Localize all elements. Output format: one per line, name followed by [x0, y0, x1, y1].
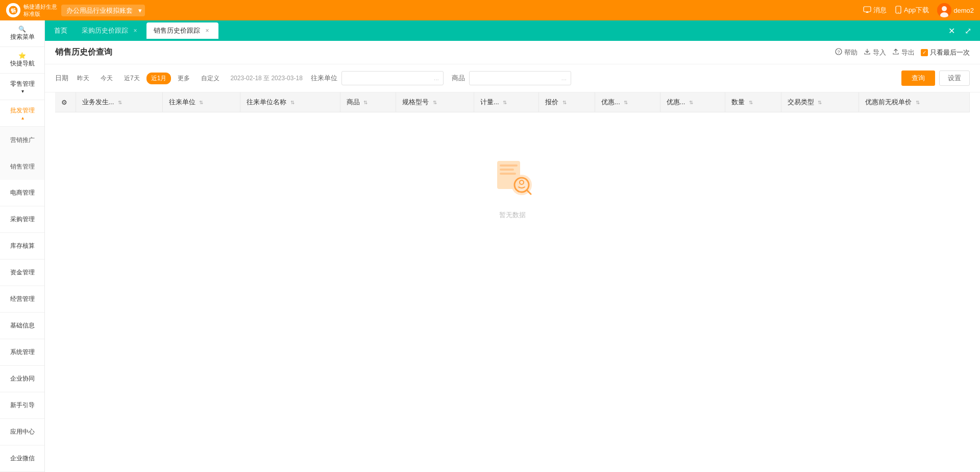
filter-bar: 日期 昨天 今天 近7天 近1月 更多 自定义 2023-02-18 至 202…	[45, 64, 980, 92]
svg-rect-12	[500, 169, 514, 171]
sidebar-label-retail: 零售管理	[10, 80, 35, 88]
sort-icon-partner-name: ⇅	[290, 100, 295, 105]
header-right: 消息 App下载 demo2	[863, 3, 974, 17]
date-btn-yesterday[interactable]: 昨天	[72, 73, 94, 84]
th-quantity[interactable]: 数量 ⇅	[725, 92, 781, 112]
import-icon	[864, 48, 871, 57]
th-partner-code[interactable]: 往来单位 ⇅	[162, 92, 240, 112]
tab-purchase-history[interactable]: 采购历史价跟踪 ×	[75, 22, 146, 39]
avatar	[937, 3, 951, 17]
sidebar-item-enterprise[interactable]: 企业协同	[0, 366, 44, 392]
company-selector-wrap[interactable]: 办公用品行业模拟账套	[61, 5, 145, 16]
date-btn-1month[interactable]: 近1月	[146, 73, 172, 84]
export-icon	[892, 48, 899, 57]
goods-input-wrap[interactable]: ...	[469, 71, 571, 85]
top-header: 畅 畅捷通好生意 标准版 办公用品行业模拟账套 消息	[0, 0, 980, 20]
main-layout: 🔍 搜索菜单 ⭐ 快捷导航 零售管理 批发管理 营销推广 销售管理 电商管理 采…	[0, 20, 980, 472]
page-title-bar: 销售历史价查询 ? 帮助	[45, 41, 980, 64]
date-btn-more[interactable]: 更多	[173, 73, 194, 84]
user-area[interactable]: demo2	[937, 3, 974, 17]
sidebar-item-retail[interactable]: 零售管理	[0, 74, 44, 100]
sort-icon-trade: ⇅	[818, 100, 822, 105]
message-icon	[863, 6, 871, 15]
company-selector[interactable]: 办公用品行业模拟账套	[61, 5, 145, 16]
sidebar-item-marketing[interactable]: 营销推广	[0, 127, 44, 153]
page-title: 销售历史价查询	[55, 47, 112, 58]
sidebar-label-enterprise: 企业协同	[10, 374, 35, 383]
sidebar-item-basic-info[interactable]: 基础信息	[0, 313, 44, 339]
th-discount2[interactable]: 优惠... ⇅	[660, 92, 725, 112]
close-all-tabs-button[interactable]: ✕	[945, 25, 958, 37]
export-label: 导出	[901, 48, 915, 57]
setting-button[interactable]: 设置	[939, 70, 970, 86]
partner-filter-label: 往来单位	[311, 74, 337, 83]
th-spec[interactable]: 规格型号 ⇅	[396, 92, 474, 112]
empty-state: 暂无数据	[55, 112, 970, 261]
sidebar-item-wechat[interactable]: 企业微信	[0, 445, 44, 472]
sidebar-item-guide[interactable]: 新手引导	[0, 392, 44, 419]
svg-rect-13	[500, 173, 516, 175]
sidebar-item-finance[interactable]: 资金管理	[0, 259, 44, 286]
sidebar-item-purchase[interactable]: 采购管理	[0, 206, 44, 233]
message-button[interactable]: 消息	[863, 6, 887, 15]
th-settings[interactable]: ⚙	[55, 92, 76, 112]
tab-purchase-label: 采购历史价跟踪	[82, 26, 128, 35]
goods-filter-group: 商品 ...	[452, 71, 571, 85]
sidebar-item-quick-nav[interactable]: ⭐ 快捷导航	[0, 47, 44, 74]
sidebar-item-sales-mgmt[interactable]: 销售管理	[0, 153, 44, 180]
sidebar-label-quicknav: 快捷导航	[10, 59, 35, 68]
th-trade-type[interactable]: 交易类型 ⇅	[781, 92, 859, 112]
sidebar: 🔍 搜索菜单 ⭐ 快捷导航 零售管理 批发管理 营销推广 销售管理 电商管理 采…	[0, 20, 45, 472]
tab-bar: 首页 采购历史价跟踪 × 销售历史价跟踪 × ✕ ⤢	[45, 20, 980, 41]
date-shortcuts: 昨天 今天 近7天 近1月 更多 自定义	[72, 73, 224, 84]
sidebar-label-marketing: 营销推广	[10, 136, 35, 145]
maximize-button[interactable]: ⤢	[962, 25, 974, 37]
th-biz-date[interactable]: 业务发生... ⇅	[76, 92, 162, 112]
th-partner-name[interactable]: 往来单位名称 ⇅	[240, 92, 340, 112]
only-last-label: 只看最后一次	[930, 48, 970, 57]
sort-icon-goods: ⇅	[363, 100, 368, 105]
page-content: 销售历史价查询 ? 帮助	[45, 41, 980, 472]
message-label: 消息	[873, 6, 887, 15]
help-button[interactable]: ? 帮助	[835, 48, 857, 57]
tab-sales-history[interactable]: 销售历史价跟踪 ×	[146, 22, 218, 39]
partner-input-dots[interactable]: ...	[434, 75, 439, 82]
tab-sales-label: 销售历史价跟踪	[154, 26, 200, 35]
th-goods[interactable]: 商品 ⇅	[340, 92, 396, 112]
sidebar-item-operations[interactable]: 经营管理	[0, 286, 44, 313]
goods-input[interactable]	[474, 75, 561, 82]
tab-sales-close[interactable]: ×	[203, 27, 211, 35]
partner-filter-group: 往来单位 ...	[311, 71, 444, 85]
th-discount1[interactable]: 优惠... ⇅	[595, 92, 660, 112]
tab-purchase-close[interactable]: ×	[131, 27, 139, 35]
only-last-checkbox-wrap[interactable]: ✓ 只看最后一次	[921, 48, 970, 57]
sidebar-item-search-menu[interactable]: 🔍 搜索菜单	[0, 20, 44, 47]
export-button[interactable]: 导出	[892, 48, 915, 57]
sort-icon-discount1: ⇅	[624, 100, 628, 105]
checkbox-only-last[interactable]: ✓	[921, 49, 928, 56]
search-icon: 🔍	[18, 26, 26, 33]
goods-input-dots[interactable]: ...	[561, 75, 567, 82]
sort-icon-discount2: ⇅	[689, 100, 693, 105]
sidebar-item-ecommerce[interactable]: 电商管理	[0, 180, 44, 206]
sidebar-label-search: 搜索菜单	[10, 33, 35, 41]
sidebar-item-wholesale[interactable]: 批发管理	[0, 100, 44, 127]
th-unit[interactable]: 计量... ⇅	[474, 92, 539, 112]
sidebar-item-inventory[interactable]: 库存核算	[0, 233, 44, 259]
th-pretax-price[interactable]: 优惠前无税单价 ⇅	[859, 92, 970, 112]
th-quoted-price[interactable]: 报价 ⇅	[539, 92, 595, 112]
help-label: 帮助	[844, 48, 857, 57]
date-btn-today[interactable]: 今天	[96, 73, 117, 84]
date-btn-custom[interactable]: 自定义	[197, 73, 224, 84]
date-btn-7days[interactable]: 近7天	[119, 73, 144, 84]
query-button[interactable]: 查询	[901, 70, 935, 86]
import-button[interactable]: 导入	[864, 48, 886, 57]
sidebar-item-app-center[interactable]: 应用中心	[0, 419, 44, 445]
settings-icon: ⚙	[61, 99, 67, 106]
sidebar-item-system[interactable]: 系统管理	[0, 339, 44, 366]
app-download-button[interactable]: App下载	[895, 6, 929, 15]
partner-input[interactable]	[346, 75, 434, 82]
tab-home[interactable]: 首页	[47, 22, 75, 39]
svg-text:?: ?	[837, 50, 840, 55]
partner-input-wrap[interactable]: ...	[341, 71, 444, 85]
